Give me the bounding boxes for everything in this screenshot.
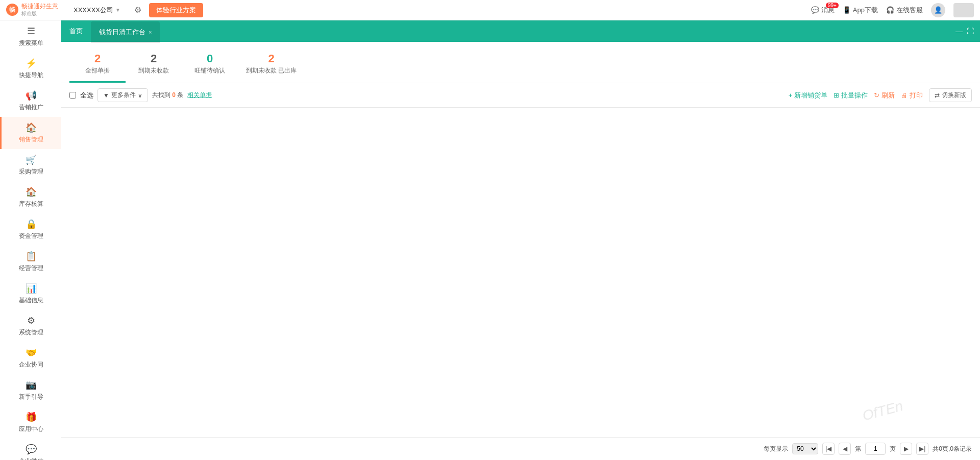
page-body: 2 全部单据 2 到期未收款 0 旺铺待确认 2 到期未收款 已出库 [61,42,980,460]
sidebar-item-app-center[interactable]: 🎁 应用中心 [0,406,61,439]
sidebar-item-label: 采购管理 [19,167,43,176]
per-page-select[interactable]: 10 20 50 100 [792,443,818,454]
sidebar-item-sales[interactable]: 🏠 销售管理 [0,117,61,149]
header-center: ⚙ 体验行业方案 [127,3,811,17]
sidebar-item-basic-info[interactable]: 📊 基础信息 [0,278,61,310]
switch-version-button[interactable]: ⇄ 切换新版 [929,88,972,102]
next-page-button[interactable]: ▶ [900,443,912,455]
sidebar-item-wechat[interactable]: 💬 企业微信 [0,439,61,460]
sidebar-item-label: 经营管理 [19,264,43,273]
sidebar-item-inventory[interactable]: 🏠 库存核算 [0,181,61,213]
refresh-button[interactable]: ↻ 刷新 [874,91,895,100]
logo-text: 畅捷通好生意 [21,3,58,10]
avatar-icon: 👤 [934,6,942,14]
service-icon: 🎧 [886,6,894,14]
content-area [61,108,980,437]
select-all-checkbox[interactable] [69,92,76,99]
switch-label: 切换新版 [942,91,966,100]
new-order-button[interactable]: + 新增销货单 [789,91,827,100]
print-label: 打印 [910,91,923,100]
marketing-icon: 📢 [26,90,37,101]
total-pages-label: 共0页,0条记录 [933,445,972,453]
tab-home[interactable]: 首页 [61,20,91,42]
select-all-label: 全选 [80,91,93,100]
main-content: 首页 钱货日清工作台 × — ⛶ 2 全部单据 2 到期未收款 [61,20,980,460]
sidebar-item-purchase[interactable]: 🛒 采购管理 [0,149,61,181]
app-download-button[interactable]: 📱 App下载 [843,6,878,15]
user-info[interactable] [953,3,974,17]
filter-label: 更多条件 [111,91,136,100]
sidebar-item-finance[interactable]: 🔒 资金管理 [0,213,61,246]
related-link[interactable]: 相关单据 [187,91,212,100]
refresh-label: 刷新 [881,91,895,100]
page-number-input[interactable] [865,443,886,455]
batch-label: 批量操作 [841,91,868,100]
sidebar: ☰ 搜索菜单 ⚡ 快捷导航 📢 营销推广 🏠 销售管理 🛒 采购管理 🏠 库存核… [0,20,61,460]
toolbar-left: 全选 ▼ 更多条件 ∨ 共找到 0 条 相关单据 [69,88,785,102]
sidebar-item-label: 基础信息 [19,296,43,305]
search-menu-icon: ☰ [27,26,35,37]
tab-bar-right: — ⛶ [955,27,980,35]
sidebar-item-cooperation[interactable]: 🤝 企业协同 [0,342,61,374]
avatar[interactable]: 👤 [931,3,945,17]
tab-close-icon[interactable]: × [149,29,152,35]
batch-icon: ⊞ [834,91,839,99]
sales-icon: 🏠 [26,122,37,133]
tab-bar: 首页 钱货日清工作台 × — ⛶ [61,20,980,42]
first-page-button[interactable]: |◀ [822,443,835,455]
filter-chevron-icon: ∨ [138,92,142,99]
operation-icon: 📋 [26,251,37,262]
stat-tab-overdue[interactable]: 2 到期未收款 [126,48,182,83]
tab-active[interactable]: 钱货日清工作台 × [91,21,160,43]
inventory-icon: 🏠 [26,186,37,198]
logo-sub: 标准版 [21,10,58,17]
sidebar-item-label: 资金管理 [19,232,43,240]
stat-tab-shipped[interactable]: 2 到期未收款 已出库 [238,48,305,83]
company-name: XXXXXX公司 [74,6,113,15]
quick-nav-icon: ⚡ [26,58,37,69]
sidebar-item-quick-nav[interactable]: ⚡ 快捷导航 [0,53,61,85]
system-icon: ⚙ [27,315,35,326]
app-icon: 📱 [843,6,851,14]
stat-label-overdue: 到期未收款 [134,66,174,75]
message-button[interactable]: 💬 消息 99+ [811,6,835,15]
sidebar-item-label: 新手引导 [19,393,43,401]
tab-maximize-button[interactable]: ⛶ [967,27,974,35]
filter-icon: ▼ [103,92,109,99]
stat-label-shipped: 到期未收款 已出库 [246,66,297,75]
message-icon: 💬 [811,6,819,14]
found-count: 0 [172,91,176,99]
tab-label: 钱货日清工作台 [99,28,145,37]
refresh-icon: ↻ [874,91,879,99]
online-service-button[interactable]: 🎧 在线客服 [886,6,923,15]
sidebar-item-label: 应用中心 [19,425,43,433]
stat-tab-all[interactable]: 2 全部单据 [69,48,126,83]
found-text: 共找到 0 条 [152,91,183,100]
service-label: 在线客服 [896,6,923,15]
sidebar-item-guide[interactable]: 📷 新手引导 [0,374,61,406]
sidebar-item-marketing[interactable]: 📢 营销推广 [0,85,61,117]
sidebar-item-operation[interactable]: 📋 经营管理 [0,246,61,278]
company-selector[interactable]: XXXXXX公司 ▼ [67,6,127,15]
tab-minimize-button[interactable]: — [955,27,963,35]
print-icon: 🖨 [901,91,908,99]
settings-button[interactable]: ⚙ [131,3,145,17]
filter-button[interactable]: ▼ 更多条件 ∨ [97,88,148,102]
print-button[interactable]: 🖨 打印 [901,91,923,100]
batch-button[interactable]: ⊞ 批量操作 [834,91,868,100]
stat-num-shipped: 2 [246,52,297,65]
sidebar-item-search[interactable]: ☰ 搜索菜单 [0,20,61,53]
stat-num-all: 2 [78,52,117,65]
trial-button[interactable]: 体验行业方案 [149,3,203,17]
stat-label-pending: 旺铺待确认 [190,66,230,75]
stat-tab-pending[interactable]: 0 旺铺待确认 [182,48,238,83]
sidebar-item-system[interactable]: ⚙ 系统管理 [0,310,61,342]
prev-page-button[interactable]: ◀ [839,443,851,455]
page-unit: 页 [890,445,896,453]
app-layout: ☰ 搜索菜单 ⚡ 快捷导航 📢 营销推广 🏠 销售管理 🛒 采购管理 🏠 库存核… [0,20,980,460]
chevron-down-icon: ▼ [115,7,120,13]
toolbar-right: + 新增销货单 ⊞ 批量操作 ↻ 刷新 🖨 打印 ⇄ [789,88,972,102]
last-page-button[interactable]: ▶| [916,443,928,455]
finance-icon: 🔒 [26,219,37,230]
basic-info-icon: 📊 [26,283,37,294]
